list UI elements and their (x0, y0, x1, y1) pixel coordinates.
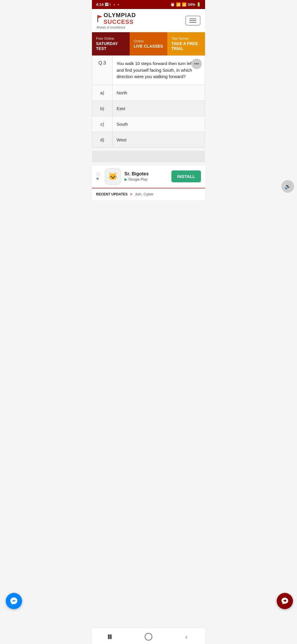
option-text-b: East (113, 101, 205, 116)
logo-olympiad: OLYMPIAD (104, 12, 136, 19)
logo-flag-icon (97, 15, 103, 23)
option-row-c[interactable]: c) South (92, 116, 205, 132)
option-label-b: b) (92, 101, 113, 116)
alarm-icon: ⏰ (170, 2, 175, 7)
ad-close-button[interactable]: ✕ (96, 177, 100, 181)
option-text-c: South (113, 116, 205, 132)
logo-text-block: OLYMPIAD SUCCESS (104, 12, 136, 25)
status-right: ⏰ 📶 📶 34% 🔋 (170, 2, 201, 7)
question-table: Q.3 You walk 10 steps forward then turn … (92, 55, 205, 148)
nav-banner-live-classes[interactable]: Online LIVE CLASSES (130, 32, 167, 55)
recent-updates-label: RECENT UPDATES (96, 192, 128, 196)
logo-tagline: Ahead of excellence (97, 26, 136, 29)
nav-banner-series-bottom: TAKE A FREE TRIAL (171, 41, 201, 51)
question-content: You walk 10 steps forward then turn left… (113, 56, 205, 85)
status-bar: 4:14 🖼 \ 🔺 • ⏰ 📶 📶 34% 🔋 (92, 0, 205, 9)
question-number: Q.3 (92, 56, 113, 85)
alert-icon: 🔺 (112, 2, 117, 7)
wifi-icon: 📶 (176, 2, 181, 7)
nav-banner: Free Online SATURDAY TEST Online LIVE CL… (92, 32, 205, 55)
question-row: Q.3 You walk 10 steps forward then turn … (92, 56, 205, 85)
battery-icon: 🔋 (196, 2, 201, 7)
nav-banner-free-test[interactable]: Free Online SATURDAY TEST (92, 32, 130, 55)
logo-success: SUCCESS (104, 19, 136, 25)
nav-banner-live-bottom: LIVE CLASSES (134, 44, 163, 49)
gray-placeholder (92, 151, 205, 162)
ad-app-name: Sr. Bigotes (124, 171, 168, 177)
recent-updates-bar[interactable]: RECENT UPDATES > ;lish, Cyber (92, 188, 205, 200)
recent-updates-arrow: > (130, 192, 132, 197)
ad-close-area: i ✕ (96, 172, 100, 181)
hamburger-line-1 (189, 19, 196, 19)
play-store-icon: ▶ (124, 177, 127, 181)
option-label-a: a) (92, 85, 113, 100)
option-text-d: West (113, 132, 205, 147)
recent-updates-text: ;lish, Cyber (135, 192, 153, 196)
ad-store: ▶ Google Play (124, 177, 168, 181)
nav-banner-live-top: Online (134, 39, 163, 43)
status-left: 4:14 🖼 \ 🔺 • (96, 2, 119, 7)
bottom-spacer (92, 200, 205, 224)
signal-icon: 📶 (182, 2, 186, 7)
ad-info: Sr. Bigotes ▶ Google Play (124, 171, 168, 181)
navbar: OLYMPIAD SUCCESS Ahead of excellence (92, 9, 205, 32)
status-time: 4:14 (96, 2, 104, 7)
ad-banner: i ✕ 🐱 Sr. Bigotes ▶ Google Play INSTALL (92, 165, 205, 188)
logo: OLYMPIAD SUCCESS Ahead of excellence (97, 12, 136, 29)
ad-app-icon: 🐱 (105, 168, 121, 185)
battery-text: 34% (188, 2, 195, 7)
more-options-button[interactable]: ••• (191, 59, 202, 69)
hamburger-line-2 (189, 20, 196, 21)
ad-store-label: Google Play (128, 177, 147, 181)
nav-banner-free-test-bottom: SATURDAY TEST (96, 41, 126, 51)
option-row-a[interactable]: a) North (92, 85, 205, 101)
nav-banner-test-series[interactable]: Test Series TAKE A FREE TRIAL (167, 32, 205, 55)
hamburger-menu-button[interactable] (185, 16, 200, 26)
logo-wrapper: OLYMPIAD SUCCESS (97, 12, 136, 25)
svg-marker-1 (98, 15, 102, 18)
dot-icon: • (118, 2, 119, 7)
option-text-a: North (113, 85, 205, 100)
camera-icon: 🖼 (105, 2, 108, 7)
status-icon-2: \ (110, 2, 111, 7)
option-row-d[interactable]: d) West (92, 132, 205, 147)
option-row-b[interactable]: b) East (92, 101, 205, 116)
install-button[interactable]: INSTALL (171, 170, 201, 182)
nav-banner-series-top: Test Series (171, 37, 201, 41)
hamburger-line-3 (189, 22, 196, 23)
option-label-d: d) (92, 132, 113, 147)
nav-banner-free-test-top: Free Online (96, 37, 126, 41)
option-label-c: c) (92, 116, 113, 132)
ad-info-badge: i (96, 172, 100, 176)
question-text: You walk 10 steps forward then turn left… (117, 61, 193, 79)
